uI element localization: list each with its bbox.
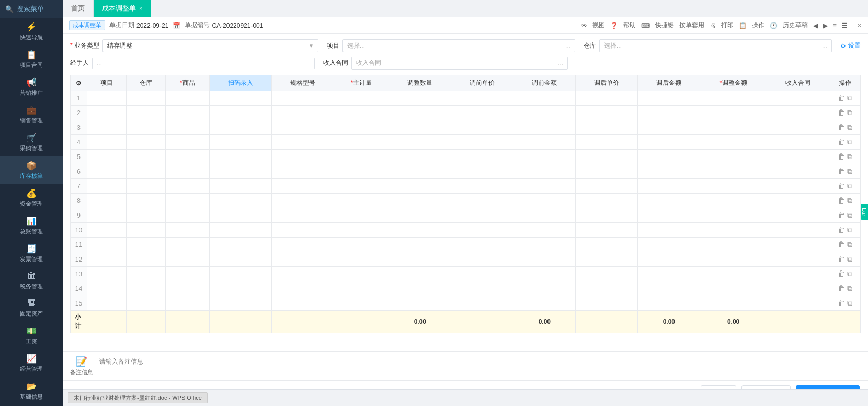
cell-5-project[interactable]: [87, 150, 127, 164]
cell-7-post_amount[interactable]: [638, 179, 700, 194]
cell-12-project[interactable]: [87, 252, 127, 267]
cell-3-post_amount[interactable]: [638, 120, 700, 135]
cell-14-warehouse[interactable]: [127, 281, 166, 296]
sidebar-item-fixed-assets[interactable]: 🏗固定资产: [0, 295, 63, 322]
delete-btn-12[interactable]: 🗑: [838, 255, 845, 264]
cell-10-post_unit_price[interactable]: [576, 223, 638, 238]
cell-13-adj_amount[interactable]: [700, 267, 767, 281]
cell-2-project[interactable]: [87, 106, 127, 120]
row-action-1[interactable]: 🗑⧉: [829, 91, 861, 106]
cell-14-income_contract[interactable]: [767, 281, 829, 296]
cell-9-product[interactable]: [166, 208, 210, 223]
cell-4-project[interactable]: [87, 135, 127, 150]
copy-btn-11[interactable]: ⧉: [847, 240, 852, 249]
right-edge-indicator[interactable]: Ear: [861, 204, 868, 220]
copy-btn-15[interactable]: ⧉: [847, 299, 852, 308]
copy-btn-7[interactable]: ⧉: [847, 182, 852, 190]
calendar-icon[interactable]: 📅: [173, 22, 180, 29]
row-action-3[interactable]: 🗑⧉: [829, 120, 861, 135]
cell-3-spec[interactable]: [271, 120, 334, 135]
sidebar-item-fund-mgmt[interactable]: 💰资金管理: [0, 184, 63, 212]
cell-6-project[interactable]: [87, 164, 127, 179]
cell-8-spec[interactable]: [271, 194, 334, 208]
cell-14-pre_amount[interactable]: [513, 281, 576, 296]
copy-btn-5[interactable]: ⧉: [847, 152, 852, 161]
extra-icon[interactable]: ☰: [842, 22, 848, 29]
cell-4-income_contract[interactable]: [767, 135, 829, 150]
delete-btn-10[interactable]: 🗑: [838, 225, 845, 234]
cell-6-spec[interactable]: [271, 164, 334, 179]
sidebar-item-payroll[interactable]: 💵工资: [0, 322, 63, 349]
warehouse-input[interactable]: 选择... ...: [599, 39, 832, 52]
row-action-6[interactable]: 🗑⧉: [829, 164, 861, 179]
cell-1-post_amount[interactable]: [638, 91, 700, 106]
cell-10-project[interactable]: [87, 223, 127, 238]
cell-3-adj_amount[interactable]: [700, 120, 767, 135]
copy-btn-12[interactable]: ⧉: [847, 255, 852, 264]
cell-7-spec[interactable]: [271, 179, 334, 194]
cell-15-unit[interactable]: [334, 296, 389, 311]
sidebar-item-sales-promo[interactable]: 📢营销推广: [0, 73, 63, 101]
cell-10-spec[interactable]: [271, 223, 334, 238]
cell-1-product[interactable]: [166, 91, 210, 106]
tab-home[interactable]: 首页: [63, 0, 94, 17]
cell-7-adj_qty[interactable]: [389, 179, 451, 194]
handler-input[interactable]: ...: [92, 58, 315, 69]
cell-9-pre_unit_price[interactable]: [451, 208, 513, 223]
cell-9-warehouse[interactable]: [127, 208, 166, 223]
row-action-10[interactable]: 🗑⧉: [829, 223, 861, 238]
row-action-4[interactable]: 🗑⧉: [829, 135, 861, 150]
row-action-5[interactable]: 🗑⧉: [829, 150, 861, 164]
cell-6-pre_unit_price[interactable]: [451, 164, 513, 179]
cell-8-adj_qty[interactable]: [389, 194, 451, 208]
cell-15-spec[interactable]: [271, 296, 334, 311]
shortcut-action-link[interactable]: 快捷键: [655, 21, 674, 30]
cell-7-post_unit_price[interactable]: [576, 179, 638, 194]
cell-2-adj_qty[interactable]: [389, 106, 451, 120]
cell-3-scan[interactable]: [209, 120, 271, 135]
tab-cost-adjust[interactable]: 成本调整单 ×: [94, 0, 151, 17]
cell-10-pre_amount[interactable]: [513, 223, 576, 238]
cell-10-scan[interactable]: [209, 223, 271, 238]
cell-3-adj_qty[interactable]: [389, 120, 451, 135]
cell-11-post_unit_price[interactable]: [576, 238, 638, 252]
cell-4-scan[interactable]: [209, 135, 271, 150]
cell-4-adj_qty[interactable]: [389, 135, 451, 150]
cell-13-pre_unit_price[interactable]: [451, 267, 513, 281]
row-action-12[interactable]: 🗑⧉: [829, 252, 861, 267]
cell-5-income_contract[interactable]: [767, 150, 829, 164]
cell-1-project[interactable]: [87, 91, 127, 106]
cell-5-spec[interactable]: [271, 150, 334, 164]
remarks-icon-btn[interactable]: 📝 备注信息: [70, 356, 93, 376]
cell-15-post_unit_price[interactable]: [576, 296, 638, 311]
cell-9-post_unit_price[interactable]: [576, 208, 638, 223]
cell-10-unit[interactable]: [334, 223, 389, 238]
cell-9-unit[interactable]: [334, 208, 389, 223]
cell-8-post_amount[interactable]: [638, 194, 700, 208]
cell-6-product[interactable]: [166, 164, 210, 179]
cell-5-product[interactable]: [166, 150, 210, 164]
cell-6-adj_qty[interactable]: [389, 164, 451, 179]
cell-2-income_contract[interactable]: [767, 106, 829, 120]
cell-12-adj_qty[interactable]: [389, 252, 451, 267]
copy-btn-2[interactable]: ⧉: [847, 108, 852, 117]
delete-btn-8[interactable]: 🗑: [838, 196, 845, 205]
cell-3-pre_amount[interactable]: [513, 120, 576, 135]
cell-8-unit[interactable]: [334, 194, 389, 208]
cell-11-warehouse[interactable]: [127, 238, 166, 252]
cell-13-post_unit_price[interactable]: [576, 267, 638, 281]
cell-7-pre_amount[interactable]: [513, 179, 576, 194]
cell-3-income_contract[interactable]: [767, 120, 829, 135]
cell-13-post_amount[interactable]: [638, 267, 700, 281]
cell-6-warehouse[interactable]: [127, 164, 166, 179]
cell-10-adj_qty[interactable]: [389, 223, 451, 238]
nav-prev-btn[interactable]: ◀: [813, 22, 818, 29]
cell-2-scan[interactable]: [209, 106, 271, 120]
remarks-input[interactable]: [97, 356, 861, 367]
sidebar-search[interactable]: 🔍 搜索菜单: [0, 0, 63, 18]
cell-2-pre_unit_price[interactable]: [451, 106, 513, 120]
cell-7-income_contract[interactable]: [767, 179, 829, 194]
copy-btn-3[interactable]: ⧉: [847, 123, 852, 132]
copy-btn-4[interactable]: ⧉: [847, 138, 852, 146]
cell-6-post_amount[interactable]: [638, 164, 700, 179]
